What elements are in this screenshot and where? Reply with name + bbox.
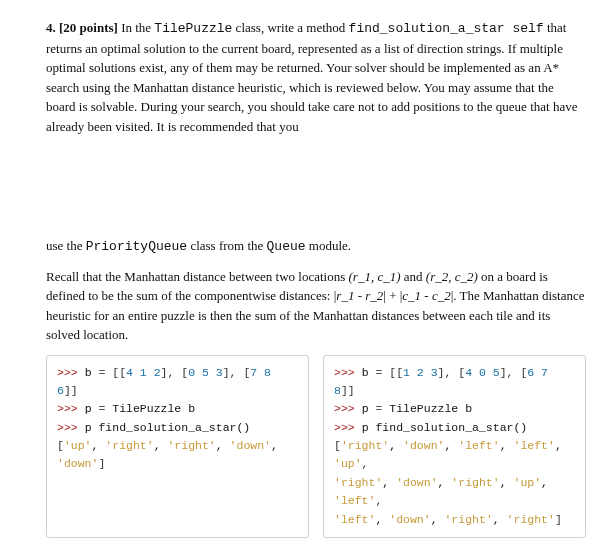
question-number: 4. [46,20,56,35]
repl-prompt: >>> [57,421,78,434]
bracket: ], [ [500,366,528,379]
str: 'down' [403,439,444,452]
code-line: >>> b = [[4 1 2], [0 5 3], [7 8 6]] [57,364,298,401]
text: Recall that the Manhattan distance betwe… [46,269,349,284]
str: 'right' [444,513,492,526]
str: 'down' [57,457,98,470]
comma: , [500,439,514,452]
code-example-right: >>> b = [[1 2 3], [4 0 5], [6 7 8]] >>> … [323,355,586,539]
var: p [85,402,92,415]
op: = [98,402,105,415]
diff-1: r_1 - r_2 [336,288,383,303]
comma: , [431,513,445,526]
str: 'left' [458,439,499,452]
bracket: ], [ [438,366,466,379]
str: 'down' [230,439,271,452]
bracket: ]] [341,384,355,397]
str: 'right' [167,439,215,452]
repl-prompt: >>> [57,366,78,379]
str: 'up' [64,439,92,452]
comma: , [382,476,396,489]
repl-prompt: >>> [334,421,355,434]
comma: , [92,439,106,452]
code-example-left: >>> b = [[4 1 2], [0 5 3], [7 8 6]] >>> … [46,355,309,539]
text: that returns an optimal solution to the … [46,20,577,134]
comma: , [555,439,562,452]
text: class from the [187,238,266,253]
continuation-block: use the PriorityQueue class from the Que… [28,236,586,538]
question-paragraph-3: Recall that the Manhattan distance betwe… [46,267,586,345]
op: = [98,366,105,379]
bracket: ] [555,513,562,526]
class-name-priorityqueue: PriorityQueue [86,239,187,254]
code-line: >>> b = [[1 2 3], [4 0 5], [6 7 8]] [334,364,575,401]
str: 'right' [507,513,555,526]
str: 'left' [334,494,375,507]
code-output: ['up', 'right', 'right', 'down', 'down'] [57,437,298,474]
comma: , [154,439,168,452]
str: 'down' [396,476,437,489]
str: 'down' [389,513,430,526]
text: class, write a method [232,20,348,35]
bracket: ], [ [161,366,189,379]
class-name-tilepuzzle: TilePuzzle [154,21,232,36]
var: p [362,402,369,415]
code-output: 'left', 'down', 'right', 'right'] [334,511,575,529]
comma: , [500,476,514,489]
str: 'up' [513,476,541,489]
comma: , [216,439,230,452]
call: TilePuzzle b [112,402,195,415]
code-output: ['right', 'down', 'left', 'left', 'up', [334,437,575,474]
bracket: ]] [64,384,78,397]
str: 'left' [514,439,555,452]
repl-prompt: >>> [334,402,355,415]
class-name-queue: Queue [267,239,306,254]
bracket: , [362,457,369,470]
bracket: ] [98,457,105,470]
bracket: [[ [389,366,403,379]
bracket: ], [ [223,366,251,379]
repl-prompt: >>> [334,366,355,379]
var: b [362,366,369,379]
op: = [375,402,382,415]
str: 'left' [334,513,375,526]
text: use the [46,238,86,253]
method-name: find_solution_a_star self [349,21,544,36]
comma: , [438,476,452,489]
comma: , [389,439,403,452]
code-output: 'right', 'down', 'right', 'up', 'left', [334,474,575,511]
comma: , [493,513,507,526]
coord-1: (r_1, c_1) [349,269,401,284]
question-paragraph-2: use the PriorityQueue class from the Que… [46,236,586,257]
text: In the [118,20,154,35]
coord-2: (r_2, c_2) [426,269,478,284]
page-gap [28,146,586,236]
call: TilePuzzle b [389,402,472,415]
nums: 4 0 5 [465,366,500,379]
question-paragraph-1: 4. [20 points] In the TilePuzzle class, … [46,18,586,136]
comma: , [444,439,458,452]
nums: 0 5 3 [188,366,223,379]
bracket: [[ [112,366,126,379]
question-block: 4. [20 points] In the TilePuzzle class, … [28,18,586,136]
bracket: [ [334,439,341,452]
repl-prompt: >>> [57,402,78,415]
var: b [85,366,92,379]
op: = [375,366,382,379]
nums: 4 1 2 [126,366,161,379]
call: p find_solution_a_star() [362,421,528,434]
comma: , [271,439,278,452]
code-line: >>> p find_solution_a_star() [57,419,298,437]
code-examples-row: >>> b = [[4 1 2], [0 5 3], [7 8 6]] >>> … [46,355,586,539]
text: | + | [383,288,402,303]
str: 'right' [334,476,382,489]
call: p find_solution_a_star() [85,421,251,434]
text: and [401,269,426,284]
nums: 1 2 3 [403,366,438,379]
code-line: >>> p = TilePuzzle b [334,400,575,418]
str: 'right' [451,476,499,489]
points-label: [20 points] [59,20,118,35]
text: module. [306,238,352,253]
str: 'right' [105,439,153,452]
code-line: >>> p = TilePuzzle b [57,400,298,418]
